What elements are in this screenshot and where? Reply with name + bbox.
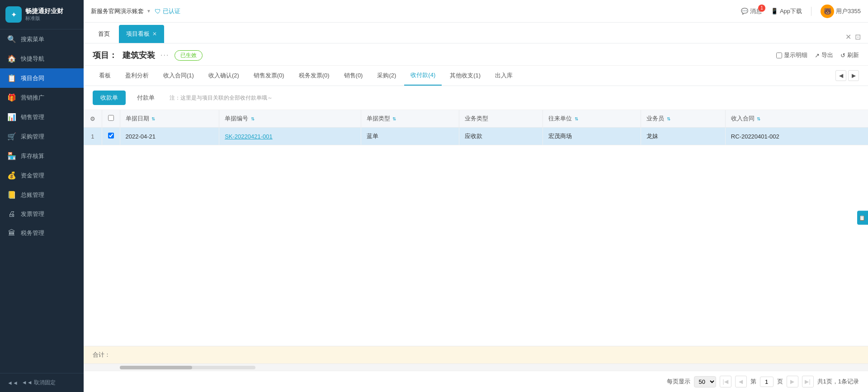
doc-number-link[interactable]: SK-20220421-001 [225,133,273,140]
chevron-down-icon: ▼ [146,9,151,14]
right-panel-icon: 📋 [860,215,866,221]
tax-icon: 🏛 [7,229,16,237]
account-selector[interactable]: 新服务官网演示账套 ▼ [91,7,151,15]
sidebar-item-marketing[interactable]: 🎁 营销推广 [0,88,84,107]
page-number-input[interactable] [760,377,774,387]
sidebar-item-funds[interactable]: 💰 资金管理 [0,166,84,185]
prev-page-button[interactable]: ◀ [735,376,747,387]
sub-tab-sales-invoice[interactable]: 销售发票(0) [247,66,291,85]
tab-close-icon[interactable]: ✕ [152,31,157,37]
salesman-column-header[interactable]: 业务员 ⇅ [641,110,725,128]
sidebar-unpin-button[interactable]: ◄◄ ◄◄ 取消固定 [0,373,84,392]
scrollbar-track[interactable] [120,366,255,369]
sub-tab-kanban[interactable]: 看板 [93,66,117,85]
receipt-tab[interactable]: 收款单 [93,91,126,105]
sort-icon: ⇅ [251,116,255,121]
user-menu-button[interactable]: 🐻 用户3355 [821,5,861,18]
page-header-actions: 显示明细 ↗ 导出 ↺ 刷新 [776,51,859,59]
page-label: 第 [750,378,756,386]
refresh-button[interactable]: ↺ 刷新 [840,51,859,59]
sidebar-item-label: 营销推广 [21,94,44,102]
sidebar-item-ledger[interactable]: 📒 总账管理 [0,185,84,205]
sidebar-item-shortcut[interactable]: 🏠 快捷导航 [0,49,84,68]
row-checkbox-cell[interactable] [102,128,120,145]
more-button[interactable]: ··· [160,51,169,59]
verified-label: 已认证 [163,7,180,15]
first-page-button[interactable]: |◀ [720,376,731,387]
main-area: 新服务官网演示账套 ▼ 🛡 已认证 💬 消息 1 📱 App下载 🐻 用户335… [84,0,868,392]
horizontal-scrollbar[interactable] [84,363,868,371]
checkbox-column-header[interactable] [102,110,120,128]
row-number[interactable]: SK-20220421-001 [219,128,361,145]
sub-tab-other[interactable]: 其他收支(1) [443,66,487,85]
row-checkbox[interactable] [108,133,114,139]
sub-tab-tax-invoice[interactable]: 税务发票(0) [292,66,336,85]
show-detail-checkbox[interactable]: 显示明细 [776,51,807,59]
sub-tab-income-confirm[interactable]: 收入确认(2) [202,66,245,85]
sub-tab-income-contract[interactable]: 收入合同(1) [157,66,200,85]
total-pages-label: 共1页，1条记录 [817,378,859,386]
sub-tab-next-button[interactable]: ▶ [848,70,859,81]
tab-project-board[interactable]: 项目看板 ✕ [119,25,164,43]
sort-icon: ⇅ [575,116,578,121]
show-detail-label: 显示明细 [784,51,807,59]
partner-column-header[interactable]: 往来单位 ⇅ [542,110,641,128]
sidebar-item-label: 搜索菜单 [21,35,44,43]
sub-tab-profit[interactable]: 盈利分析 [119,66,155,85]
payment-tab[interactable]: 付款单 [129,91,162,105]
window-maximize-button[interactable]: ⊡ [855,33,861,41]
sidebar-item-inventory[interactable]: 🏪 库存核算 [0,146,84,166]
window-close-button[interactable]: ✕ [845,33,851,41]
total-bar: 合计： [84,346,868,363]
settings-column-header[interactable]: ⚙ [84,110,102,128]
table-wrapper: ⚙ 单据日期 ⇅ 单据编号 ⇅ [84,110,868,346]
sidebar-item-purchase[interactable]: 🛒 采购管理 [0,127,84,146]
page-title: 建筑安装 [123,50,155,61]
next-page-button[interactable]: ▶ [787,376,798,387]
show-detail-input[interactable] [776,53,782,58]
export-button[interactable]: ↗ 导出 [815,51,833,59]
sidebar-item-label: 发票管理 [21,210,44,218]
sort-icon: ⇅ [392,116,396,121]
sub-tab-payment[interactable]: 收付款(4) [404,66,442,86]
sidebar-item-contract[interactable]: 📋 项目合同 [0,68,84,88]
tab-project-board-label: 项目看板 [126,30,150,38]
select-all-checkbox[interactable] [108,115,114,121]
refresh-label: 刷新 [847,51,859,59]
sidebar-item-invoice[interactable]: 🖨 发票管理 [0,205,84,224]
row-income-contract: RC-20220401-002 [725,128,868,145]
table-row[interactable]: 1 2022-04-21 SK-20220421-001 蓝单 应收款 宏茂商场… [84,128,868,145]
per-page-select[interactable]: 50 [694,376,716,387]
sort-icon: ⇅ [667,116,670,121]
gear-icon: ⚙ [90,115,95,122]
biz-type-column-header: 业务类型 [459,110,543,128]
message-button[interactable]: 💬 消息 1 [741,7,762,15]
sidebar-item-sales[interactable]: 📊 销售管理 [0,107,84,127]
tab-home[interactable]: 首页 [91,25,117,43]
last-page-button[interactable]: ▶| [802,376,814,387]
sub-tab-inout[interactable]: 出入库 [489,66,519,85]
sub-tab-payment-label: 收付款(4) [410,72,435,78]
scrollbar-thumb[interactable] [120,366,192,369]
type-column-header[interactable]: 单据类型 ⇅ [361,110,459,128]
sub-tab-bar: 看板 盈利分析 收入合同(1) 收入确认(2) 销售发票(0) 税务发票(0) … [84,66,868,86]
app-download-button[interactable]: 📱 App下载 [771,7,802,15]
sub-tab-prev-button[interactable]: ◀ [835,70,846,81]
right-side-panel-hint[interactable]: 📋 [857,211,868,225]
sidebar-item-search[interactable]: 🔍 搜索菜单 [0,29,84,49]
row-type: 蓝单 [361,128,459,145]
pagination-bar: 每页显示 50 |◀ ◀ 第 页 ▶ ▶| 共1页，1条记录 [84,371,868,392]
divider [811,7,811,16]
sidebar-item-label: 项目合同 [21,74,44,82]
sub-tab-tax-invoice-label: 税务发票(0) [299,72,330,79]
number-column-header[interactable]: 单据编号 ⇅ [219,110,361,128]
sub-tab-sales[interactable]: 销售(0) [338,66,369,85]
sidebar-item-tax[interactable]: 🏛 税务管理 [0,224,84,243]
row-biz-type: 应收款 [459,128,543,145]
total-label: 合计： [93,351,110,358]
date-column-header[interactable]: 单据日期 ⇅ [120,110,219,128]
sidebar-item-label: 税务管理 [21,229,44,237]
sidebar: ✦ 畅捷通好业财 标准版 🔍 搜索菜单 🏠 快捷导航 📋 项目合同 🎁 营销推广… [0,0,84,392]
sub-tab-purchase[interactable]: 采购(2) [371,66,402,85]
income-contract-column-header[interactable]: 收入合同 ⇅ [725,110,868,128]
